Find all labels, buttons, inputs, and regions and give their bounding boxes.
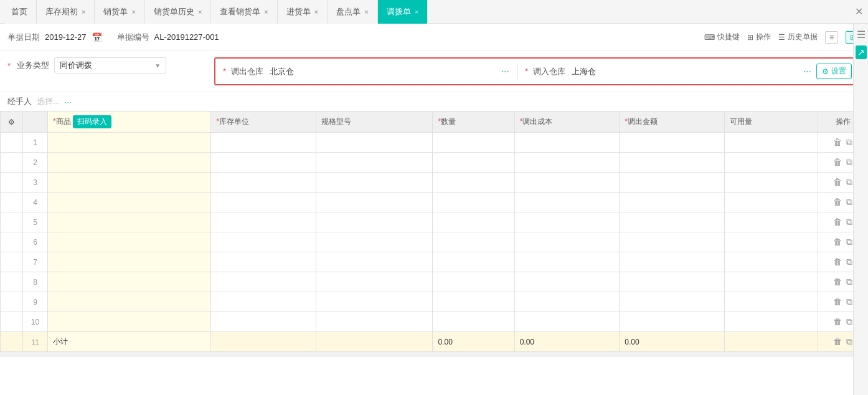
tab-view-sales[interactable]: 查看销货单× [211, 0, 277, 24]
delete-icon[interactable]: 🗑 [833, 336, 842, 346]
row-product-cell[interactable] [48, 252, 211, 272]
layout-btn-1[interactable]: ≡ [825, 31, 838, 44]
row-qty-cell[interactable] [433, 153, 514, 173]
row-unit-cell[interactable] [211, 153, 316, 173]
row-amount-cell[interactable] [620, 133, 725, 153]
delete-icon[interactable]: 🗑 [833, 217, 842, 227]
tab-close-sales-order[interactable]: × [131, 8, 135, 16]
row-cost-cell[interactable] [514, 133, 620, 153]
tab-close-transfer[interactable]: × [415, 8, 418, 16]
row-spec-cell[interactable] [316, 312, 433, 332]
copy-icon[interactable]: ⧉ [846, 157, 852, 167]
person-more-icon[interactable]: ··· [65, 97, 72, 107]
person-input[interactable]: 选择... [37, 96, 60, 107]
row-amount-cell[interactable] [620, 252, 725, 272]
copy-icon[interactable]: ⧉ [846, 217, 852, 227]
close-window-icon[interactable]: ✕ [855, 6, 863, 17]
row-cost-cell[interactable] [514, 272, 620, 292]
row-qty-cell[interactable] [433, 252, 514, 272]
row-product-cell[interactable] [48, 312, 211, 332]
delete-icon[interactable]: 🗑 [833, 237, 842, 247]
transfer-in-more-icon[interactable]: ··· [803, 66, 811, 77]
row-unit-cell[interactable] [211, 193, 316, 212]
scan-button[interactable]: 扫码录入 [73, 115, 111, 128]
tab-transfer[interactable]: 调拨单× [378, 0, 428, 24]
row-qty-cell[interactable] [433, 193, 514, 212]
row-spec-cell[interactable] [316, 193, 433, 212]
row-cost-cell[interactable] [514, 292, 620, 312]
delete-icon[interactable]: 🗑 [833, 257, 842, 267]
row-cost-cell[interactable] [514, 212, 620, 232]
row-spec-cell[interactable] [316, 292, 433, 312]
row-amount-cell[interactable] [620, 212, 725, 232]
row-spec-cell[interactable] [316, 272, 433, 292]
settings-button[interactable]: ⚙ 设置 [816, 64, 852, 79]
row-amount-cell[interactable] [620, 193, 725, 212]
row-spec-cell[interactable] [316, 173, 433, 193]
row-unit-cell[interactable] [211, 232, 316, 252]
row-qty-cell[interactable] [433, 272, 514, 292]
row-spec-cell[interactable] [316, 133, 433, 153]
shortcut-button[interactable]: ⌨ 快捷键 [704, 32, 740, 42]
delete-icon[interactable]: 🗑 [833, 177, 842, 187]
operations-button[interactable]: ⊞ 操作 [747, 32, 771, 42]
sidebar-export-icon[interactable]: ↗ [856, 45, 867, 59]
transfer-out-more-icon[interactable]: ··· [501, 66, 509, 77]
row-qty-cell[interactable] [433, 173, 514, 193]
tab-sales-history[interactable]: 销货单历史× [145, 0, 211, 24]
row-spec-cell[interactable] [316, 212, 433, 232]
row-unit-cell[interactable] [211, 292, 316, 312]
row-product-cell[interactable] [48, 153, 211, 173]
gear-icon[interactable]: ⚙ [8, 118, 15, 126]
row-unit-cell[interactable] [211, 212, 316, 232]
row-spec-cell[interactable] [316, 232, 433, 252]
tab-close-sales-history[interactable]: × [198, 8, 202, 16]
row-product-cell[interactable] [48, 133, 211, 153]
row-cost-cell[interactable] [514, 153, 620, 173]
row-unit-cell[interactable] [211, 173, 316, 193]
row-unit-cell[interactable] [211, 272, 316, 292]
delete-icon[interactable]: 🗑 [833, 297, 842, 307]
row-spec-cell[interactable] [316, 153, 433, 173]
row-cost-cell[interactable] [514, 173, 620, 193]
delete-icon[interactable]: 🗑 [833, 197, 842, 207]
copy-icon[interactable]: ⧉ [846, 316, 852, 326]
tab-sales-order[interactable]: 销货单× [95, 0, 144, 24]
row-product-cell[interactable] [48, 272, 211, 292]
tab-inventory-check[interactable]: 盘点单× [328, 0, 377, 24]
row-qty-cell[interactable] [433, 292, 514, 312]
tab-close-purchase-order[interactable]: × [314, 8, 318, 16]
row-amount-cell[interactable] [620, 272, 725, 292]
copy-icon[interactable]: ⧉ [846, 137, 852, 147]
row-amount-cell[interactable] [620, 232, 725, 252]
sidebar-list-icon[interactable]: ☰ [857, 29, 866, 40]
row-unit-cell[interactable] [211, 252, 316, 272]
tab-close-view-sales[interactable]: × [264, 8, 268, 16]
calendar-icon[interactable]: 📅 [92, 32, 102, 42]
business-type-select[interactable]: 同价调拨 ▼ [54, 57, 166, 74]
copy-icon[interactable]: ⧉ [846, 257, 852, 267]
delete-icon[interactable]: 🗑 [833, 277, 842, 287]
row-unit-cell[interactable] [211, 312, 316, 332]
row-cost-cell[interactable] [514, 252, 620, 272]
row-amount-cell[interactable] [620, 173, 725, 193]
copy-icon[interactable]: ⧉ [846, 336, 852, 346]
row-cost-cell[interactable] [514, 193, 620, 212]
row-qty-cell[interactable] [433, 312, 514, 332]
row-product-cell[interactable] [48, 292, 211, 312]
row-qty-cell[interactable] [433, 232, 514, 252]
tab-home[interactable]: 首页 [5, 0, 37, 24]
col-header-gear[interactable]: ⚙ [1, 112, 23, 133]
row-cost-cell[interactable] [514, 232, 620, 252]
history-button[interactable]: ☰ 历史单据 [778, 32, 818, 42]
tab-close-inventory-check[interactable]: × [364, 8, 368, 16]
row-cost-cell[interactable] [514, 312, 620, 332]
delete-icon[interactable]: 🗑 [833, 316, 842, 326]
copy-icon[interactable]: ⧉ [846, 197, 852, 207]
copy-icon[interactable]: ⧉ [846, 297, 852, 307]
row-product-cell[interactable] [48, 232, 211, 252]
horizontal-scrollbar[interactable] [0, 352, 868, 357]
row-spec-cell[interactable] [316, 252, 433, 272]
tab-close-inventory-init[interactable]: × [82, 8, 85, 16]
delete-icon[interactable]: 🗑 [833, 137, 842, 147]
